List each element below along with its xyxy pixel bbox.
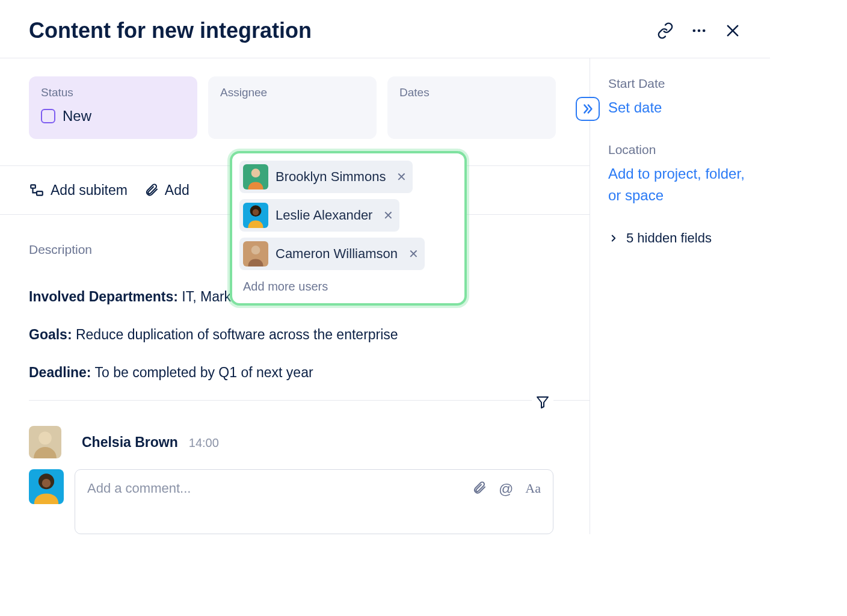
start-date-block: Start Date Set date (608, 76, 746, 119)
svg-rect-6 (37, 191, 43, 196)
involved-label: Involved Departments: (29, 289, 178, 304)
comment-header: Chelsia Brown 14:00 (29, 426, 590, 458)
section-divider (29, 400, 590, 401)
comment-author: Chelsia Brown (82, 434, 178, 451)
svg-point-14 (251, 245, 260, 254)
avatar (29, 469, 64, 504)
start-date-label: Start Date (608, 76, 746, 91)
format-icon[interactable]: Aa (525, 481, 541, 496)
svg-point-13 (253, 209, 259, 216)
close-icon[interactable] (724, 22, 741, 39)
more-icon[interactable] (691, 22, 707, 39)
svg-point-11 (251, 168, 260, 177)
avatar (29, 426, 61, 458)
header: Content for new integration (0, 0, 770, 58)
comment-time: 14:00 (189, 436, 219, 450)
dates-label: Dates (399, 86, 544, 99)
header-actions (657, 22, 741, 39)
goals-value: Reduce duplication of software across th… (72, 327, 398, 342)
hidden-fields-label: 5 hidden fields (626, 230, 712, 246)
assignee-name: Brooklyn Simmons (276, 169, 386, 185)
comment-placeholder: Add a comment... (87, 481, 191, 523)
deadline-value: To be completed by Q1 of next year (91, 365, 313, 380)
link-icon[interactable] (657, 22, 674, 39)
avatar (243, 241, 268, 266)
set-date-link[interactable]: Set date (608, 97, 746, 119)
status-label: Status (41, 86, 185, 99)
assignee-card[interactable]: Assignee (208, 76, 377, 139)
remove-assignee-icon[interactable]: ✕ (383, 208, 393, 223)
assignee-name: Leslie Alexander (276, 208, 372, 223)
comments-section: Chelsia Brown 14:00 Add a comment... @ A… (29, 426, 590, 534)
svg-point-2 (703, 29, 706, 32)
remove-assignee-icon[interactable]: ✕ (396, 170, 407, 184)
expand-panel-button[interactable] (576, 97, 600, 121)
comment-actions: @ Aa (472, 481, 541, 523)
avatar (243, 164, 268, 189)
svg-point-1 (698, 29, 701, 32)
deadline-label: Deadline: (29, 365, 91, 380)
svg-point-8 (38, 432, 52, 445)
status-value: New (63, 108, 91, 125)
svg-point-0 (693, 29, 696, 32)
page-title: Content for new integration (29, 18, 312, 43)
remove-assignee-icon[interactable]: ✕ (408, 247, 419, 261)
location-block: Location Add to project, folder, or spac… (608, 143, 746, 206)
assignee-chip: Leslie Alexander ✕ (239, 199, 399, 232)
assignee-name: Cameron Williamson (276, 246, 398, 262)
add-more-users-link[interactable]: Add more users (239, 276, 457, 296)
add-subitem-button[interactable]: Add subitem (29, 182, 128, 199)
attachment-icon[interactable] (472, 481, 487, 495)
comment-input-row: Add a comment... @ Aa (29, 469, 590, 534)
goals-label: Goals: (29, 327, 72, 342)
main: Status New Assignee Dates Add subitem Ad… (0, 58, 770, 534)
mention-icon[interactable]: @ (499, 481, 513, 497)
assignee-popup: Brooklyn Simmons ✕ Leslie Alexander ✕ Ca… (230, 151, 467, 306)
add-subitem-label: Add subitem (51, 182, 128, 199)
avatar (243, 203, 268, 228)
svg-point-10 (42, 479, 51, 488)
assignee-chip: Cameron Williamson ✕ (239, 238, 425, 270)
assignee-label: Assignee (220, 86, 365, 99)
field-cards: Status New Assignee Dates (29, 76, 590, 139)
status-checkbox-icon[interactable] (41, 109, 55, 123)
comment-input[interactable]: Add a comment... @ Aa (75, 469, 553, 534)
dates-card[interactable]: Dates (387, 76, 556, 139)
hidden-fields-toggle[interactable]: 5 hidden fields (608, 230, 746, 246)
status-card[interactable]: Status New (29, 76, 197, 139)
svg-marker-7 (537, 397, 548, 408)
filter-icon[interactable] (532, 395, 553, 409)
add-attachment-label: Add (165, 182, 189, 199)
add-attachment-button[interactable]: Add (144, 182, 189, 199)
right-panel: Start Date Set date Location Add to proj… (590, 58, 770, 534)
location-link[interactable]: Add to project, folder, or space (608, 163, 746, 206)
assignee-chip: Brooklyn Simmons ✕ (239, 161, 413, 193)
location-label: Location (608, 143, 746, 157)
